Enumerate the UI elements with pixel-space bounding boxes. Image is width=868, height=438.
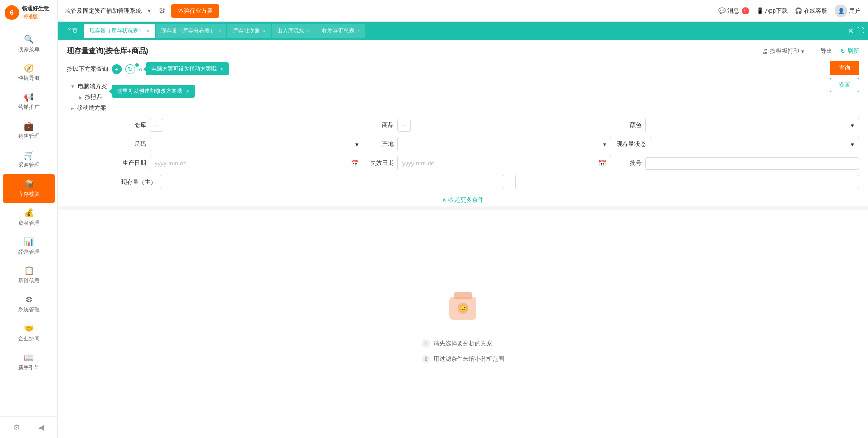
filter-add-button[interactable]: +	[112, 64, 122, 74]
color-select[interactable]: ▾	[645, 118, 859, 132]
sidebar-collapse-btn[interactable]: ◀	[37, 421, 46, 433]
reset-button[interactable]: 设置	[830, 78, 859, 92]
tab-expand-icon[interactable]: ⛶	[857, 27, 864, 35]
message-action[interactable]: 💬 消息 6	[718, 7, 749, 15]
size-select[interactable]: ▾	[150, 137, 363, 151]
tab-stock-status[interactable]: 现存量（库存状况表） ×	[84, 24, 155, 38]
stock-min-input[interactable]	[160, 175, 504, 189]
sidebar-item-label: 销售管理	[18, 132, 40, 140]
tab-flow[interactable]: 出入库流水 ×	[272, 24, 315, 38]
origin-dropdown-icon: ▾	[603, 141, 606, 148]
refresh-button[interactable]: ↻ 刷新	[840, 47, 859, 55]
search-reset-group: 查询 设置	[830, 61, 859, 92]
tab-close-icon[interactable]: ×	[218, 28, 221, 33]
calendar2-icon: 📅	[599, 160, 606, 167]
scheme-desktop-child[interactable]: ▶ 按照品	[79, 92, 107, 103]
trial-button[interactable]: 体验行业方案	[171, 4, 219, 18]
filter-expiry-date: 失效日期 yyyy-mm-dd 📅	[369, 156, 611, 170]
sidebar-item-sales[interactable]: 💼 销售管理	[3, 117, 55, 145]
step2-text: 用过滤条件来缩小分析范围	[434, 353, 504, 365]
filter-fields-wrapper: 仓库 ··· 商品 ··· 颜色 ▾	[121, 118, 859, 189]
filter-refresh-button[interactable]: ↻	[125, 64, 135, 74]
sidebar-item-search[interactable]: 🔍 搜索菜单	[3, 30, 55, 58]
stock-max-input[interactable]	[515, 175, 859, 189]
child-icon: ▶	[79, 95, 82, 100]
sidebar-item-label: 采购管理	[18, 161, 40, 169]
scheme-mobile[interactable]: ▶ 移动端方案	[71, 103, 107, 113]
sidebar-item-nav[interactable]: 🧭 快捷导航	[3, 59, 55, 87]
empty-state: 😕 1 请先选择要分析的方案 2 用过滤条件来缩小分析范围	[58, 210, 868, 438]
empty-step-1: 1 请先选择要分析的方案	[422, 338, 504, 349]
tooltip-edit-close-button[interactable]: ×	[186, 88, 189, 94]
tab-label: 现存量（库存状况表）	[90, 27, 144, 35]
main: 装备及固定资产辅助管理系统 ▾ ⚙ 体验行业方案 💬 消息 6 📱 App下载 …	[58, 0, 868, 438]
phone-icon: 📱	[756, 7, 764, 14]
sidebar-item-label: 经营管理	[18, 248, 40, 256]
sidebar-settings-btn[interactable]: ⚙	[12, 421, 22, 433]
svg-text:😕: 😕	[459, 305, 467, 312]
logo-icon: 6	[5, 5, 19, 20]
scheme-child-label: 按照品	[85, 93, 103, 101]
tooltip-close-button[interactable]: ×	[220, 66, 224, 72]
stock-main-label: 现存量（主）	[121, 178, 156, 186]
sidebar-item-label: 基础信息	[18, 277, 40, 285]
tab-batch[interactable]: 库存批次账 ×	[227, 24, 271, 38]
export-icon: ↑	[816, 48, 819, 55]
range-dash: —	[507, 179, 513, 186]
print-button[interactable]: 🖨 按模板打印 ▾	[759, 45, 808, 57]
tab-stock-dist[interactable]: 现存量（库存分布表） ×	[156, 24, 226, 38]
scheme-mobile-label: 移动端方案	[77, 104, 106, 112]
stock-status-label: 现存量状态	[617, 140, 646, 148]
sidebar-item-marketing[interactable]: 📢 营销推广	[3, 88, 55, 116]
collapse-row: ∧ 收起更多条件	[67, 191, 859, 206]
expiry-date-input[interactable]: yyyy-mm-dd 📅	[397, 156, 611, 170]
filter-goods: 商品 ···	[369, 118, 611, 132]
tab-close-icon[interactable]: ×	[307, 28, 310, 33]
tab-home[interactable]: 首页	[61, 24, 83, 38]
sidebar-item-basic[interactable]: 📋 基础信息	[3, 261, 55, 289]
header-right: 💬 消息 6 📱 App下载 🎧 在线客服 👤 用户	[718, 5, 861, 17]
tooltip-edit: 这里可以创建和修改方案哦 ×	[112, 85, 195, 98]
goods-dots-btn[interactable]: ···	[397, 119, 411, 132]
stock-status-select[interactable]: ▾	[650, 137, 859, 151]
sidebar-item-purchase[interactable]: 🛒 采购管理	[3, 146, 55, 174]
filter-batch: 批号	[617, 156, 859, 170]
prod-date-input[interactable]: yyyy-mm-dd 📅	[150, 156, 363, 170]
sidebar-item-system[interactable]: ⚙ 系统管理	[3, 290, 55, 318]
goods-label: 商品	[369, 121, 394, 129]
sidebar-item-label: 营销推广	[18, 104, 40, 111]
user-action[interactable]: 👤 用户	[835, 5, 861, 17]
app-download-action[interactable]: 📱 App下载	[756, 7, 788, 15]
filter-row-3: 生产日期 yyyy-mm-dd 📅 失效日期 yyyy-mm-dd 📅	[121, 156, 859, 170]
tab-close-icon[interactable]: ×	[146, 28, 149, 33]
page-title-row: 现存量查询(按仓库+商品) 🖨 按模板打印 ▾ ↑ 导出 ↻ 刷新	[67, 45, 859, 57]
sidebar-item-finance[interactable]: 💰 资金管理	[3, 203, 55, 231]
user-label: 用户	[849, 7, 861, 15]
tab-close-all-icon[interactable]: ✕	[848, 27, 854, 35]
export-button[interactable]: ↑ 导出	[812, 45, 836, 57]
tooltip-desktop-text: 电脑方案可设为移动方案哦	[151, 65, 217, 73]
sidebar-item-cooperation[interactable]: 🤝 企业协同	[3, 319, 55, 347]
warehouse-dots-btn[interactable]: ···	[150, 119, 163, 132]
settings-icon[interactable]: ⚙	[157, 5, 167, 17]
collapse-button[interactable]: ∧ 收起更多条件	[442, 196, 484, 204]
sidebar-item-inventory[interactable]: 📦 库存核算	[3, 174, 55, 203]
origin-select[interactable]: ▾	[397, 137, 611, 151]
message-icon: 💬	[718, 7, 726, 14]
step1-num: 1	[422, 339, 430, 348]
guide-icon: 📖	[24, 353, 34, 363]
tab-summary[interactable]: 收发存汇总表 ×	[316, 24, 365, 38]
search-button[interactable]: 查询	[830, 61, 859, 75]
app-dropdown-btn[interactable]: ▾	[146, 7, 152, 15]
filter-arrow-button[interactable]: «	[139, 66, 142, 73]
tab-close-icon[interactable]: ×	[357, 28, 360, 33]
online-service-label: 在线客服	[804, 7, 827, 15]
scheme-desktop[interactable]: ▼ 电脑端方案	[71, 81, 107, 92]
sidebar-item-management[interactable]: 📊 经营管理	[3, 232, 55, 260]
sidebar-item-label: 搜索菜单	[18, 46, 40, 53]
batch-input[interactable]	[645, 157, 859, 170]
sidebar-item-guide[interactable]: 📖 新手引导	[3, 348, 55, 376]
tab-close-icon[interactable]: ×	[263, 28, 265, 33]
scheme-desktop-children: ▶ 按照品	[79, 92, 107, 103]
online-service-action[interactable]: 🎧 在线客服	[795, 7, 827, 15]
